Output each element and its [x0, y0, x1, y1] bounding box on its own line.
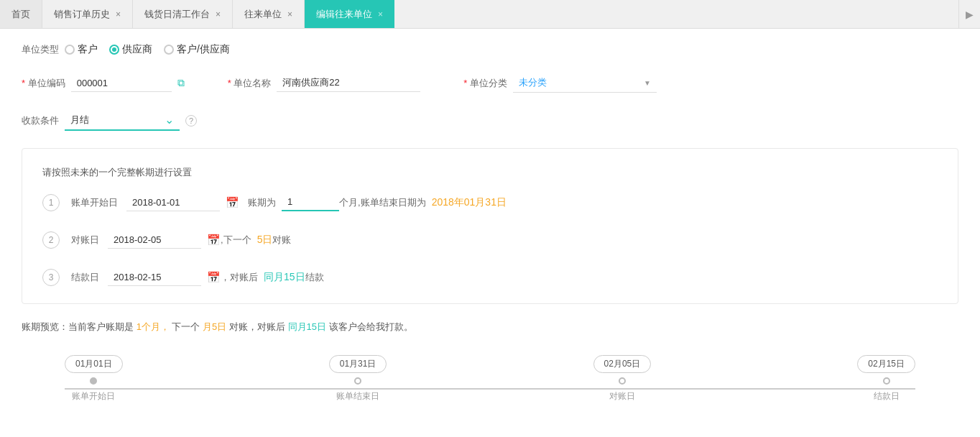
tab-partner[interactable]: 往来单位 ×: [233, 0, 305, 28]
timeline-node-0: 01月01日 账单开始日: [65, 355, 123, 402]
unit-type-radio-group: 客户 供应商 客户/供应商: [65, 43, 230, 56]
billing-period-section: 请按照未来的一个完整帐期进行设置 1 账单开始日 📅 账期为 个月,账单结束日期…: [22, 148, 958, 304]
unit-type-row: 单位类型 客户 供应商 客户/供应商: [22, 43, 958, 56]
step-1-end-date: 2018年01月31日: [432, 196, 507, 209]
tab-home[interactable]: 首页: [0, 0, 42, 28]
payment-terms-dropdown-icon[interactable]: ⌄: [165, 113, 174, 126]
unit-category-value: 未分类: [519, 76, 641, 89]
tab-cash-work-label: 钱货日清工作台: [144, 8, 210, 21]
radio-customer[interactable]: 客户: [65, 43, 98, 56]
payment-terms-value: 月结: [70, 114, 162, 126]
preview-suffix: 该客户会给我打款。: [329, 321, 413, 332]
unit-category-arrow: ▼: [644, 79, 651, 87]
preview-reconcile-day: 月5日: [203, 321, 226, 332]
timeline-label-0: 账单开始日: [72, 390, 115, 402]
tab-cash-work[interactable]: 钱货日清工作台 ×: [133, 0, 233, 28]
step-3-suffix-after: 结款: [305, 271, 324, 284]
radio-both-circle: [164, 45, 174, 55]
radio-both[interactable]: 客户/供应商: [164, 43, 230, 56]
timeline-label-1: 账单结束日: [336, 390, 379, 402]
step-2-label: 对账日: [71, 234, 99, 247]
timeline-date-2: 02月05日: [593, 355, 652, 373]
step-3-suffix-before: ，对账后: [221, 271, 258, 284]
timeline-container: 01月01日 账单开始日 01月31日 账单结束日 02月05日 对账日 02月…: [22, 355, 958, 402]
tab-edit-partner-close[interactable]: ×: [378, 9, 383, 19]
timeline-label-2: 对账日: [609, 390, 635, 402]
step-2-suffix-after: 对账: [272, 234, 291, 247]
unit-code-input[interactable]: [71, 75, 172, 92]
code-name-row: 单位编码 ⧉ 单位名称 单位分类 未分类 ▼: [22, 73, 958, 93]
tab-bar: 首页 销售订单历史 × 钱货日清工作台 × 往来单位 × 编辑往来单位 × ▶: [0, 0, 980, 29]
radio-customer-label: 客户: [78, 43, 98, 56]
unit-code-label: 单位编码: [22, 77, 65, 90]
timeline-node-2: 02月05日 对账日: [593, 355, 652, 402]
tab-sales-history-label: 销售订单历史: [54, 8, 110, 21]
step-3-row: 3 结款日 📅 ，对账后 同月15日 结款: [42, 269, 938, 286]
timeline-date-0: 01月01日: [65, 355, 123, 373]
preview-reconcile-suffix: 对账，对账后: [229, 321, 285, 332]
step-3-num: 3: [42, 269, 60, 286]
copy-icon[interactable]: ⧉: [177, 77, 185, 89]
tab-sales-history-close[interactable]: ×: [116, 9, 121, 19]
step-1-calendar-icon[interactable]: 📅: [226, 196, 239, 209]
timeline-date-3: 02月15日: [857, 355, 915, 373]
step-2-highlight-day: 5日: [257, 234, 273, 247]
payment-terms-select[interactable]: 月结 ⌄: [65, 110, 180, 131]
unit-category-label: 单位分类: [463, 77, 507, 90]
unit-category-select[interactable]: 未分类 ▼: [513, 73, 657, 93]
preview-pay-day: 同月15日: [288, 321, 326, 332]
step-2-calendar-icon[interactable]: 📅: [207, 234, 221, 247]
preview-section: 账期预览：当前客户账期是 1个月， 下一个 月5日 对账，对账后 同月15日 该…: [22, 318, 958, 335]
radio-customer-circle: [65, 45, 75, 55]
main-content: 单位类型 客户 供应商 客户/供应商 单位编码 ⧉: [0, 29, 980, 437]
timeline-node-1: 01月31日 账单结束日: [329, 355, 387, 402]
step-3-label: 结款日: [71, 271, 99, 284]
radio-both-label: 客户/供应商: [177, 43, 230, 56]
unit-name-label: 单位名称: [228, 77, 272, 90]
timeline-dot-1: [354, 377, 361, 385]
timeline-dot-0: [90, 377, 97, 385]
payment-terms-label: 收款条件: [22, 114, 59, 127]
step-3-highlight-day: 同月15日: [264, 271, 305, 284]
preview-period: 1个月，: [137, 321, 170, 332]
step-2-num: 2: [42, 231, 60, 249]
tab-edit-partner[interactable]: 编辑往来单位 ×: [305, 0, 394, 28]
step-1-date-input[interactable]: [126, 194, 220, 211]
unit-type-field: 单位类型 客户 供应商 客户/供应商: [22, 43, 230, 56]
radio-supplier-label: 供应商: [122, 43, 152, 56]
step-1-suffix: 个月,账单结束日期为: [339, 196, 426, 209]
step-2-date-input[interactable]: [108, 231, 201, 249]
step-1-num: 1: [42, 194, 60, 211]
payment-terms-field: 收款条件 月结 ⌄ ?: [22, 110, 197, 131]
unit-code-field: 单位编码 ⧉: [22, 75, 185, 92]
payment-terms-row: 收款条件 月结 ⌄ ?: [22, 110, 958, 131]
tab-edit-partner-label: 编辑往来单位: [316, 8, 372, 21]
step-3-date-input[interactable]: [108, 269, 201, 286]
timeline-date-1: 01月31日: [329, 355, 387, 373]
step-3-calendar-icon[interactable]: 📅: [207, 271, 221, 284]
section-title: 请按照未来的一个完整帐期进行设置: [42, 166, 938, 179]
step-2-suffix-before: ,下一个: [221, 234, 251, 247]
tab-partner-close[interactable]: ×: [287, 9, 292, 19]
timeline-node-3: 02月15日 结款日: [857, 355, 915, 402]
tab-more-arrow[interactable]: ▶: [958, 0, 980, 28]
preview-prefix: 账期预览：当前客户账期是: [22, 321, 134, 332]
radio-supplier[interactable]: 供应商: [109, 43, 152, 56]
unit-category-field: 单位分类 未分类 ▼: [463, 73, 657, 93]
unit-name-input[interactable]: [277, 75, 420, 92]
step-1-label: 账单开始日: [71, 196, 118, 209]
timeline-label-3: 结款日: [874, 390, 900, 402]
unit-name-field: 单位名称: [228, 75, 421, 92]
tab-partner-label: 往来单位: [244, 8, 282, 21]
unit-type-label: 单位类型: [22, 43, 59, 56]
step-2-row: 2 对账日 📅 ,下一个 5日 对账: [42, 231, 938, 249]
tab-cash-work-close[interactable]: ×: [216, 9, 221, 19]
tab-home-label: 首页: [11, 8, 30, 21]
step-1-mid-text: 账期为: [248, 196, 276, 209]
timeline-dot-2: [619, 377, 626, 385]
step-1-period-input[interactable]: [282, 193, 339, 211]
help-icon[interactable]: ?: [185, 115, 197, 126]
tab-sales-history[interactable]: 销售订单历史 ×: [42, 0, 133, 28]
radio-supplier-circle: [109, 45, 119, 55]
preview-mid: 下一个: [172, 321, 200, 332]
